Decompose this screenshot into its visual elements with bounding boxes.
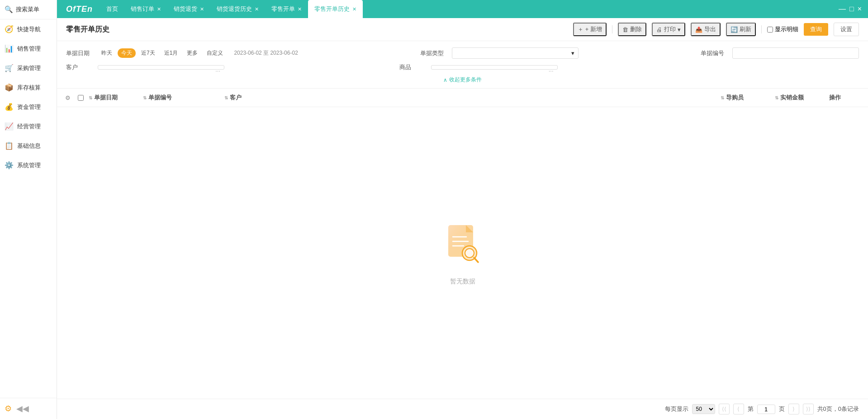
col-header-amount[interactable]: ⇅ 实销金额 (773, 94, 827, 102)
date-opt-custom[interactable]: 自定义 (203, 48, 227, 58)
filter-row-2: 客户 商品 (66, 63, 859, 71)
collapse-up-icon: ∧ (443, 77, 447, 83)
col-header-date[interactable]: ⇅ 单据日期 (87, 94, 141, 102)
page-content: 零售开单历史 ＋ + 新增 🗑 删除 🖨 打印 ▾ 📤 (57, 18, 868, 419)
sidebar-label-inventory: 库存核算 (17, 84, 41, 92)
col-header-guide[interactable]: ⇅ 导购员 (719, 94, 773, 102)
sidebar-label-quick-nav: 快捷导航 (17, 25, 41, 33)
print-button[interactable]: 🖨 打印 ▾ (652, 23, 685, 36)
order-num-label: 单据编号 (701, 49, 728, 57)
sidebar-item-inventory[interactable]: 📦库存核算 (0, 78, 57, 97)
page-number-input[interactable] (757, 405, 775, 414)
prev-page-button[interactable]: ⟨ (733, 404, 744, 414)
order-type-select[interactable]: ▾ (452, 47, 579, 59)
sidebar-label-basic-info: 基础信息 (17, 142, 41, 150)
per-page-select[interactable]: 50 10 20 100 (692, 404, 715, 414)
col-header-num[interactable]: ⇅ 单据编号 (141, 94, 223, 102)
date-opt-1month[interactable]: 近1月 (161, 48, 182, 58)
sys-mgmt-icon: ⚙️ (5, 161, 14, 169)
quick-nav-icon: 🧭 (5, 25, 14, 33)
tabs-bar: OfTEn 首页销售订单✕销货退货✕销货退货历史✕零售开单✕零售开单历史✕ — … (57, 0, 868, 18)
sidebar-item-quick-nav[interactable]: 🧭快捷导航 (0, 19, 57, 39)
display-detail-checkbox[interactable] (767, 27, 773, 33)
sidebar-item-sales-mgmt[interactable]: 📊销售管理 (0, 39, 57, 58)
order-num-input[interactable] (732, 47, 859, 59)
maximize-button[interactable]: □ (849, 5, 854, 13)
col-date-sort-icon: ⇅ (89, 95, 92, 100)
sidebar-item-purchase-mgmt[interactable]: 🛒采购管理 (0, 58, 57, 78)
minimize-button[interactable]: — (839, 5, 846, 13)
search-icon: 🔍 (5, 5, 13, 14)
last-page-button[interactable]: ⟩⟩ (803, 404, 814, 414)
tab-sales-return[interactable]: 销货退货✕ (167, 0, 210, 18)
tab-close-retail-open-history[interactable]: ✕ (352, 6, 356, 12)
finance-mgmt-icon: 💰 (5, 103, 14, 111)
date-opt-yesterday[interactable]: 昨天 (98, 48, 116, 58)
sidebar-item-basic-info[interactable]: 📋基础信息 (0, 136, 57, 155)
tab-close-sales-return-history[interactable]: ✕ (255, 6, 259, 12)
select-all-checkbox[interactable] (78, 95, 84, 101)
close-button[interactable]: × (858, 5, 862, 13)
page-label: 页 (779, 405, 785, 413)
tab-sales-return-history[interactable]: 销货退货历史✕ (210, 0, 265, 18)
toolbar-divider-1 (612, 25, 612, 33)
date-opt-7days[interactable]: 近7天 (138, 48, 159, 58)
tab-label-home: 首页 (106, 5, 118, 13)
empty-state: 暂无数据 (57, 107, 868, 399)
page-toolbar: 零售开单历史 ＋ + 新增 🗑 删除 🖨 打印 ▾ 📤 (57, 18, 868, 41)
col-header-client[interactable]: ⇅ 客户 (223, 94, 719, 102)
sidebar-label-purchase-mgmt: 采购管理 (17, 64, 41, 72)
collapse-more-btn[interactable]: ∧ 收起更多条件 (66, 76, 859, 84)
sidebar-item-sys-mgmt[interactable]: ⚙️系统管理 (0, 155, 57, 175)
date-opt-today[interactable]: 今天 (118, 48, 136, 58)
tab-retail-open-history[interactable]: 零售开单历史✕ (308, 0, 363, 18)
sidebar-label-finance-mgmt: 资金管理 (17, 103, 41, 111)
sidebar-footer: ⚙ ◀◀ (0, 398, 57, 419)
tab-sales-order[interactable]: 销售订单✕ (124, 0, 167, 18)
table-select-all[interactable] (74, 95, 87, 101)
col-guide-sort-icon: ⇅ (721, 95, 724, 100)
table-settings-icon[interactable]: ⚙ (62, 91, 74, 104)
page-word: 第 (748, 405, 754, 413)
refresh-icon: 🔄 (730, 26, 738, 33)
query-button[interactable]: 查询 (804, 23, 828, 36)
refresh-button[interactable]: 🔄 刷新 (726, 23, 756, 36)
per-page-label: 每页显示 (665, 405, 688, 413)
tab-close-retail-open[interactable]: ✕ (298, 6, 302, 12)
client-input[interactable] (98, 65, 224, 70)
goods-input[interactable] (431, 65, 558, 70)
display-detail-toggle[interactable]: 显示明细 (767, 25, 798, 33)
search-menu-label: 搜索菜单 (16, 5, 39, 14)
delete-button[interactable]: 🗑 删除 (618, 23, 646, 36)
search-menu-item[interactable]: 🔍 搜索菜单 (0, 0, 57, 19)
empty-text: 暂无数据 (450, 278, 475, 286)
operations-icon: 📈 (5, 122, 14, 131)
settings-filter-button[interactable]: 设置 (834, 23, 859, 36)
sidebar-item-finance-mgmt[interactable]: 💰资金管理 (0, 97, 57, 117)
collapse-sidebar-icon[interactable]: ◀◀ (16, 404, 29, 414)
pagination-bar: 每页显示 50 10 20 100 ⟨⟨ ⟨ 第 页 ⟩ ⟩⟩ 共0页，0条记录 (57, 399, 868, 419)
tab-retail-open[interactable]: 零售开单✕ (265, 0, 308, 18)
toolbar-actions: ＋ + 新增 🗑 删除 🖨 打印 ▾ 📤 导出 🔄 (573, 23, 859, 36)
date-opt-more[interactable]: 更多 (183, 48, 201, 58)
svg-line-7 (474, 258, 478, 262)
export-button[interactable]: 📤 导出 (691, 23, 721, 36)
tab-home[interactable]: 首页 (100, 0, 124, 18)
table-header: ⚙ ⇅ 单据日期 ⇅ 单据编号 ⇅ 客户 ⇅ 导购员 (57, 89, 868, 107)
print-icon: 🖨 (656, 26, 662, 33)
tab-label-retail-open-history: 零售开单历史 (314, 5, 350, 13)
tabs-container: 首页销售订单✕销货退货✕销货退货历史✕零售开单✕零售开单历史✕ (100, 0, 839, 18)
sales-mgmt-icon: 📊 (5, 44, 14, 53)
tab-close-sales-order[interactable]: ✕ (157, 6, 161, 12)
tab-close-sales-return[interactable]: ✕ (200, 6, 204, 12)
first-page-button[interactable]: ⟨⟨ (719, 404, 730, 414)
main-area: OfTEn 首页销售订单✕销货退货✕销货退货历史✕零售开单✕零售开单历史✕ — … (57, 0, 868, 419)
new-icon: ＋ (578, 25, 583, 33)
sidebar-item-operations[interactable]: 📈经营管理 (0, 117, 57, 136)
settings-icon[interactable]: ⚙ (5, 404, 12, 414)
new-button[interactable]: ＋ + 新增 (573, 23, 607, 36)
app-brand: OfTEn (59, 5, 100, 14)
date-options: 昨天 今天 近7天 近1月 更多 自定义 (98, 48, 227, 58)
next-page-button[interactable]: ⟩ (788, 404, 799, 414)
col-client-sort-icon: ⇅ (224, 95, 228, 100)
